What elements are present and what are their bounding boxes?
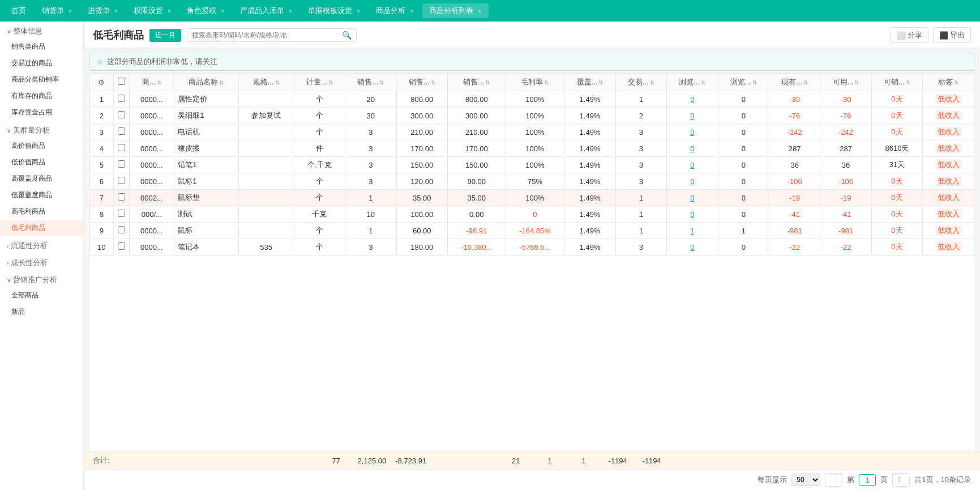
col-sales-count[interactable]: 销售...⇅ [345,74,396,91]
select-all-checkbox[interactable] [118,78,125,85]
cell-view2: 0 [718,173,769,190]
close-icon[interactable]: × [114,7,118,14]
sidebar-group-general[interactable]: ∨ 整体信息 [0,22,83,39]
col-view2[interactable]: 浏览...⇅ [718,74,769,91]
close-icon[interactable]: × [357,7,360,14]
cell-checkbox[interactable] [113,124,129,140]
sidebar-group-marketing[interactable]: ∨ 营销推广分析 [0,270,83,287]
nav-permission[interactable]: 权限设置 × [127,3,178,18]
row-checkbox[interactable] [118,193,125,201]
sidebar-item-stock-fund[interactable]: 库存资金占用 [0,104,83,121]
export-button[interactable]: ⬛ 导出 [933,27,971,43]
prev-page-button[interactable]: 〈 [825,473,842,487]
cell-transaction: 1 [615,206,666,223]
nav-home[interactable]: 首页 [5,3,33,18]
cell-sales-count: 3 [345,124,396,140]
col-gross-margin[interactable]: 毛利率⇅ [506,74,564,91]
cell-view1[interactable]: 0 [667,190,718,206]
close-icon[interactable]: × [69,7,72,14]
search-input[interactable] [192,31,342,39]
sidebar-group-growth[interactable]: › 成长性分析 [0,253,83,270]
cell-view1[interactable]: 1 [667,223,718,239]
cell-name: 笔记本 [174,239,238,255]
sidebar-item-low-value[interactable]: 低价值商品 [0,154,83,171]
close-icon[interactable]: × [168,7,171,14]
row-checkbox[interactable] [118,160,125,168]
col-spec[interactable]: 规格...⇅ [238,74,294,91]
nav-product-entry[interactable]: 产成品入库单 × [233,3,299,18]
sidebar-item-high-margin[interactable]: 高毛利商品 [0,203,83,220]
sidebar-group-circulation[interactable]: › 流通性分析 [0,236,83,253]
row-checkbox[interactable] [118,127,125,135]
cell-transaction: 3 [615,124,666,140]
cell-view2: 0 [718,157,769,173]
sidebar-item-stock-goods[interactable]: 有库存的商品 [0,88,83,104]
date-filter-button[interactable]: 近一月 [149,29,181,42]
close-icon[interactable]: × [289,7,292,14]
row-checkbox[interactable] [118,210,125,217]
col-settings[interactable]: ⚙ [90,74,114,91]
col-sales-price[interactable]: 销售...⇅ [396,74,447,91]
nav-product-analysis-list[interactable]: 商品分析列表 × [422,3,488,18]
row-checkbox[interactable] [118,111,125,118]
row-checkbox[interactable] [118,95,125,102]
close-icon[interactable]: × [410,7,413,14]
cell-view1[interactable]: 0 [667,91,718,108]
cell-checkbox[interactable] [113,91,129,108]
row-checkbox[interactable] [118,144,125,151]
col-view1[interactable]: 浏览...⇅ [667,74,718,91]
cell-view1[interactable]: 0 [667,157,718,173]
cell-checkbox[interactable] [113,206,129,223]
row-checkbox[interactable] [118,177,125,184]
sidebar-item-high-coverage[interactable]: 高覆盖度商品 [0,171,83,187]
cell-checkbox[interactable] [113,190,129,206]
next-page-button[interactable]: 〉 [892,473,910,487]
sidebar-item-sales-goods[interactable]: 销售类商品 [0,39,83,55]
col-name[interactable]: 商品名称⇅ [174,74,238,91]
sidebar-group-cluster[interactable]: ∨ 美群量分析 [0,121,83,138]
col-sellable[interactable]: 可销...⇅ [871,74,922,91]
col-sales-amount[interactable]: 销售...⇅ [447,74,506,91]
nav-template[interactable]: 单据模板设置 × [301,3,367,18]
nav-sales[interactable]: 销货单 × [35,3,79,18]
cell-name: 电话机 [174,124,238,140]
row-checkbox[interactable] [118,226,125,233]
close-icon[interactable]: × [478,7,481,14]
cell-checkbox[interactable] [113,108,129,124]
chevron-down-icon: ∨ [7,127,11,134]
cell-checkbox[interactable] [113,140,129,157]
sidebar-item-all-goods[interactable]: 全部商品 [0,287,83,304]
sidebar-item-category-rate[interactable]: 商品分类助销率 [0,71,83,88]
sidebar-item-high-value[interactable]: 高价值商品 [0,138,83,154]
col-tag[interactable]: 标签⇅ [923,74,974,91]
col-coverage[interactable]: 覆盖...⇅ [564,74,615,91]
col-current-stock[interactable]: 现有...⇅ [769,74,820,91]
per-page-select[interactable]: 50 100 200 [791,474,820,486]
nav-product-analysis[interactable]: 商品分析 × [369,3,420,18]
cell-checkbox[interactable] [113,173,129,190]
row-checkbox[interactable] [118,242,125,250]
cell-view1[interactable]: 0 [667,108,718,124]
nav-role[interactable]: 角色授权 × [180,3,231,18]
col-unit[interactable]: 计量...⇅ [294,74,345,91]
close-icon[interactable]: × [221,7,224,14]
cell-view1[interactable]: 0 [667,206,718,223]
nav-purchase[interactable]: 进货单 × [81,3,125,18]
share-button[interactable]: ⬜ 分享 [891,27,928,43]
col-checkbox[interactable] [113,74,129,91]
cell-view1[interactable]: 0 [667,124,718,140]
footer-sc: 77 [319,457,353,465]
cell-view1[interactable]: 0 [667,239,718,255]
col-transaction[interactable]: 交易...⇅ [615,74,666,91]
sidebar-item-traded-goods[interactable]: 交易过的商品 [0,55,83,71]
cell-checkbox[interactable] [113,157,129,173]
sidebar-item-low-margin[interactable]: 低毛利商品 [0,220,83,236]
cell-checkbox[interactable] [113,239,129,255]
sidebar-item-new-goods[interactable]: 新品 [0,304,83,320]
cell-checkbox[interactable] [113,223,129,239]
col-code[interactable]: 商...⇅ [129,74,174,91]
col-available[interactable]: 可用...⇅ [820,74,871,91]
sidebar-item-low-coverage[interactable]: 低覆盖度商品 [0,187,83,203]
cell-view1[interactable]: 0 [667,173,718,190]
cell-view1[interactable]: 0 [667,140,718,157]
